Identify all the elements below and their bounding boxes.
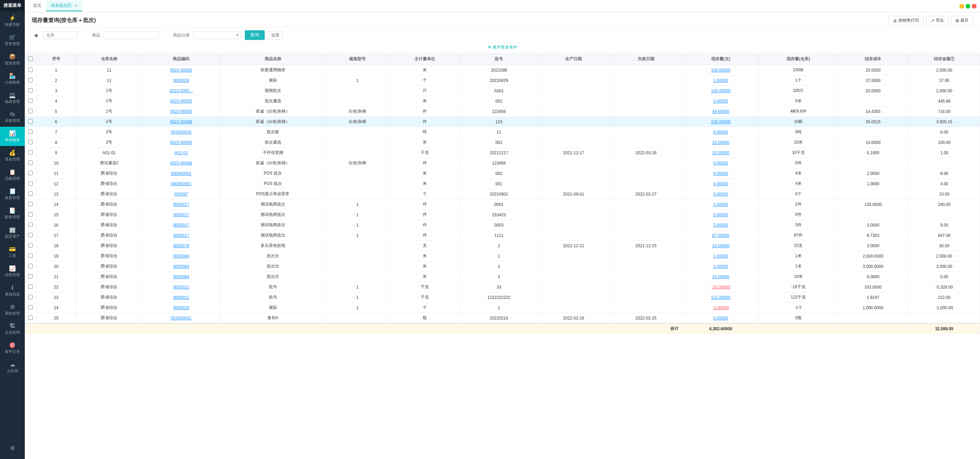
row-checkbox[interactable] (28, 119, 33, 124)
row-checkbox[interactable] (28, 67, 33, 72)
row-code-link[interactable]: 0000012 (173, 295, 189, 300)
row-checkbox[interactable] (28, 264, 33, 268)
row-checkbox[interactable] (28, 140, 33, 144)
row-code-link[interactable]: 0000084 (173, 264, 189, 269)
row-qty-link[interactable]: 0.00000 (713, 161, 728, 166)
sidebar-logo[interactable]: 搜索菜单 (0, 0, 25, 11)
row-checkbox[interactable] (28, 274, 33, 279)
row-code-link[interactable]: 0023-00009 (170, 68, 192, 73)
row-checkbox[interactable] (28, 129, 33, 134)
row-qty-link[interactable]: 10.00000 (712, 140, 729, 145)
expand-button[interactable]: ⊞ 展开 (951, 16, 973, 25)
expand-conditions-button[interactable]: ▼ 展开更多条件 (487, 45, 517, 50)
row-code-link[interactable]: 0000017 (173, 233, 189, 238)
row-qty-link[interactable]: 4.00000 (713, 171, 728, 176)
category-select[interactable] (193, 31, 241, 39)
row-code-link[interactable]: 000900001 (171, 182, 191, 186)
select-all-checkbox[interactable] (28, 56, 33, 61)
sidebar-item-asset[interactable]: 💰 资金管理 (0, 146, 25, 165)
row-code-link[interactable]: 0000029 (173, 305, 189, 310)
row-code-link[interactable]: 0000017 (173, 223, 189, 228)
row-code-link[interactable]: 0023-00005 (170, 109, 192, 114)
minimize-button[interactable] (959, 4, 964, 9)
tab-batch-inventory[interactable]: 库存批次匹 ✕ (46, 1, 82, 11)
sidebar-item-invoice[interactable]: 🧾 发票管理 (0, 185, 25, 204)
warehouse-input[interactable] (43, 31, 78, 39)
row-qty-link[interactable]: 0.00000 (713, 99, 728, 104)
row-qty-link[interactable]: 0.00000 (713, 316, 728, 320)
sidebar-item-salary[interactable]: 💳 工资 (0, 242, 25, 262)
row-code-link[interactable]: 0000017 (173, 202, 189, 207)
close-button[interactable] (972, 4, 977, 9)
tab-close-button[interactable]: ✕ (75, 4, 78, 8)
row-checkbox[interactable] (28, 243, 33, 247)
sidebar-item-ecom[interactable]: 💻 电商管理 (0, 89, 25, 108)
row-qty-link[interactable]: 0.00000 (713, 192, 728, 197)
row-code-link[interactable]: 0023-0000... (170, 89, 193, 93)
row-qty-link[interactable]: 100.00000 (711, 89, 730, 93)
sidebar-item-enterprise[interactable]: 🏗 企业协同 (0, 320, 25, 338)
sidebar-item-system[interactable]: ⚙ 系统管理 (0, 300, 25, 320)
sidebar-item-tax[interactable]: 📑 税务管理 (0, 204, 25, 223)
row-qty-link[interactable]: -16.00000 (711, 285, 730, 290)
row-checkbox[interactable] (28, 171, 33, 175)
row-qty-link[interactable]: 100.00000 (711, 68, 730, 73)
row-qty-link[interactable]: 1.00000 (713, 78, 728, 83)
sidebar-item-basic[interactable]: ℹ 基础信息 (0, 281, 25, 300)
row-checkbox[interactable] (28, 202, 33, 206)
sidebar-item-quick-nav[interactable]: ⚡ 快捷导航 (0, 11, 25, 31)
sidebar-item-sales[interactable]: 🛒 零售管理 (0, 31, 25, 50)
sidebar-settings[interactable]: ⚙ (9, 441, 16, 456)
filter-nav-left[interactable]: ◀ (32, 32, 40, 38)
row-qty-link[interactable]: 0.00000 (713, 212, 728, 217)
row-code-link[interactable]: 0023-00008 (170, 120, 192, 124)
row-qty-link[interactable]: 4.00000 (713, 182, 728, 186)
sidebar-item-general[interactable]: 📋 总账管理 (0, 165, 25, 185)
sidebar-item-purchase[interactable]: 🛍 采购管理 (0, 108, 25, 127)
row-checkbox[interactable] (28, 212, 33, 217)
maximize-button[interactable] (966, 4, 970, 9)
row-code-link[interactable]: 0000078 (173, 244, 189, 248)
row-checkbox[interactable] (28, 99, 33, 103)
row-code-link[interactable]: A01-01 (175, 150, 188, 155)
row-qty-link[interactable]: 122.00000 (711, 295, 730, 300)
row-code-link[interactable]: 0000012 (173, 285, 189, 290)
row-qty-link[interactable]: 3.00000 (713, 223, 728, 228)
row-code-link[interactable]: 0023-00008 (170, 161, 192, 166)
setting-button[interactable]: 设置 (268, 31, 283, 40)
row-code-link[interactable]: 0023-00005 (170, 99, 192, 104)
row-checkbox[interactable] (28, 233, 33, 237)
row-checkbox[interactable] (28, 78, 33, 82)
row-code-link[interactable]: 001000031 (171, 316, 191, 320)
row-qty-link[interactable]: 10.00000 (712, 150, 729, 155)
search-button[interactable]: 查询 (245, 30, 265, 40)
row-code-link[interactable]: 000900001 (171, 171, 191, 176)
sidebar-item-mini-shop[interactable]: 🏪 小胡电商 (0, 69, 25, 89)
row-code-link[interactable]: 0000084 (173, 274, 189, 279)
row-qty-link[interactable]: 0.00000 (713, 130, 728, 135)
row-checkbox[interactable] (28, 150, 33, 155)
export-button[interactable]: ↗ 导出 (926, 16, 948, 25)
sidebar-item-batch[interactable]: 📦 批发管理 (0, 50, 25, 69)
sidebar-item-cloud[interactable]: ☁ 云应用 (0, 358, 25, 377)
row-checkbox[interactable] (28, 181, 33, 186)
row-code-link[interactable]: 0023-00005 (170, 140, 192, 145)
row-checkbox[interactable] (28, 222, 33, 227)
product-input[interactable] (103, 31, 159, 39)
row-checkbox[interactable] (28, 284, 33, 289)
row-code-link[interactable]: 0000084 (173, 254, 189, 258)
row-code-link[interactable]: 001000026 (171, 130, 191, 135)
sidebar-item-new-guide[interactable]: 🎯 新手引导 (0, 338, 25, 358)
row-checkbox[interactable] (28, 191, 33, 196)
row-code-link[interactable]: 0000017 (173, 212, 189, 217)
row-checkbox[interactable] (28, 88, 33, 92)
row-checkbox[interactable] (28, 305, 33, 309)
row-qty-link[interactable]: -1.00000 (713, 305, 729, 310)
row-qty-link[interactable]: 100.00000 (711, 120, 730, 124)
tab-home[interactable]: 首页 (28, 1, 46, 11)
row-qty-link[interactable]: 49.60000 (712, 109, 729, 114)
row-qty-link[interactable]: 1.00000 (713, 254, 728, 258)
row-checkbox[interactable] (28, 295, 33, 299)
row-qty-link[interactable]: 1.00000 (713, 264, 728, 269)
row-qty-link[interactable]: 2.00000 (713, 202, 728, 207)
